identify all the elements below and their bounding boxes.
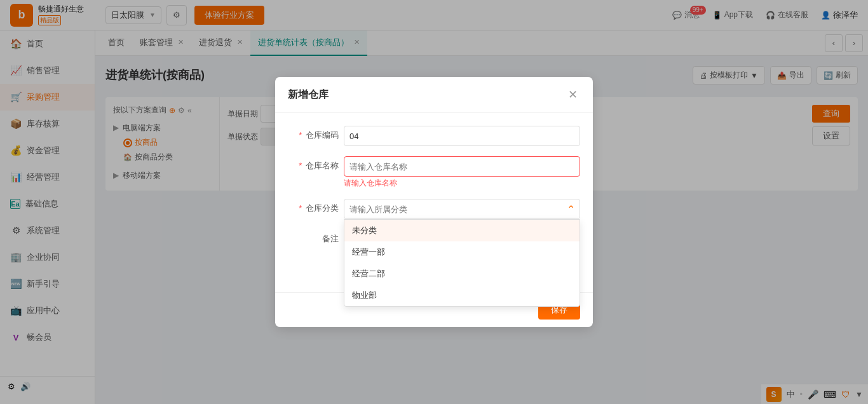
required-star-3: *	[299, 203, 302, 213]
category-input-wrap: ⌃	[344, 199, 580, 219]
warehouse-name-row: * 仓库名称 请输入仓库名称	[288, 156, 580, 189]
category-expand-icon[interactable]: ⌃	[567, 203, 575, 215]
new-warehouse-dialog: 新增仓库 ✕ * 仓库编码 * 仓库名称	[275, 77, 593, 327]
warehouse-code-control	[344, 126, 580, 146]
dialog-title: 新增仓库	[288, 88, 329, 102]
category-option-property[interactable]: 物业部	[344, 285, 580, 306]
category-option-unclassified[interactable]: 未分类	[344, 220, 580, 241]
required-star-2: *	[299, 161, 302, 170]
category-option-dept1[interactable]: 经营一部	[344, 241, 580, 263]
warehouse-name-input[interactable]	[344, 156, 580, 177]
warehouse-code-input[interactable]	[344, 126, 580, 146]
dialog-overlay: 新增仓库 ✕ * 仓库编码 * 仓库名称	[0, 0, 868, 404]
dialog-header: 新增仓库 ✕	[275, 77, 593, 113]
warehouse-category-label: * 仓库分类	[288, 199, 339, 214]
warehouse-code-label: * 仓库编码	[288, 126, 339, 141]
warehouse-code-row: * 仓库编码	[288, 126, 580, 146]
warehouse-category-input[interactable]	[344, 199, 580, 219]
required-star-1: *	[299, 130, 302, 140]
warehouse-name-error: 请输入仓库名称	[344, 178, 580, 189]
warehouse-category-control: ⌃ 未分类 经营一部 经营二部 物业部	[344, 199, 580, 219]
dialog-close-button[interactable]: ✕	[565, 87, 580, 102]
note-label: 备注	[288, 229, 339, 245]
warehouse-name-control: 请输入仓库名称	[344, 156, 580, 189]
category-dropdown: 未分类 经营一部 经营二部 物业部	[344, 219, 580, 307]
warehouse-category-row: * 仓库分类 ⌃ 未分类 经营一部 经营二部 物业部	[288, 199, 580, 219]
warehouse-name-label: * 仓库名称	[288, 156, 339, 172]
category-option-dept2[interactable]: 经营二部	[344, 263, 580, 285]
dialog-body: * 仓库编码 * 仓库名称 请输入仓库名称	[275, 113, 593, 292]
